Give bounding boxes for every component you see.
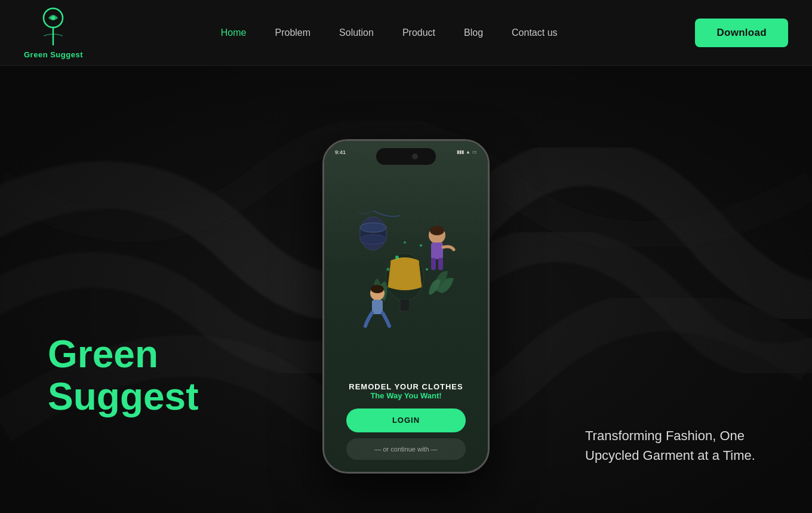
phone-time: 9:41 [335, 149, 346, 155]
logo-area: Green Suggest [24, 6, 83, 59]
app-remodel-sub: The Way You Want! [324, 391, 488, 400]
svg-point-20 [420, 244, 422, 247]
logo-text: Green Suggest [24, 50, 83, 59]
app-divider-row: — or continue with — [346, 438, 466, 460]
svg-rect-13 [431, 242, 443, 259]
phone-outer: 9:41 ▮▮▮ ▲ ▭ [322, 139, 490, 474]
svg-point-12 [430, 226, 444, 235]
nav-home[interactable]: Home [221, 27, 247, 38]
svg-point-7 [360, 223, 386, 232]
app-content: REMODEL YOUR CLOTHES The Way You Want! L… [324, 141, 488, 472]
svg-point-19 [395, 256, 399, 259]
battery-icon: ▭ [472, 149, 477, 155]
download-button[interactable]: Download [695, 19, 788, 47]
phone-screen: REMODEL YOUR CLOTHES The Way You Want! L… [324, 141, 488, 472]
svg-point-22 [426, 268, 428, 271]
svg-rect-18 [372, 300, 383, 314]
svg-point-1 [51, 16, 55, 20]
nav-contact[interactable]: Contact us [512, 27, 557, 38]
clothes-illustration [340, 183, 472, 338]
hero-section: GREEN SUGGEST 9:41 ▮▮▮ ▲ ▭ [0, 66, 812, 513]
navbar: Green Suggest Home Problem Solution Prod… [0, 0, 812, 66]
app-divider-text: — or continue with — [374, 446, 437, 453]
app-remodel-text: REMODEL YOUR CLOTHES The Way You Want! [324, 382, 488, 400]
app-login-button[interactable]: LOGIN [346, 408, 466, 432]
hero-brand-line1: Green Suggest [48, 333, 198, 417]
svg-point-17 [371, 285, 384, 293]
wifi-icon: ▲ [466, 149, 470, 155]
signal-icon: ▮▮▮ [457, 149, 464, 155]
phone-icons: ▮▮▮ ▲ ▭ [457, 149, 477, 155]
svg-rect-10 [400, 299, 410, 311]
nav-problem[interactable]: Problem [275, 27, 310, 38]
nav-links: Home Problem Solution Product Blog Conta… [221, 27, 558, 38]
nav-blog[interactable]: Blog [464, 27, 483, 38]
svg-point-21 [387, 268, 390, 271]
phone-illustration [324, 171, 488, 350]
nav-solution[interactable]: Solution [339, 27, 374, 38]
phone-mockup: 9:41 ▮▮▮ ▲ ▭ [322, 139, 490, 474]
app-remodel-main: REMODEL YOUR CLOTHES [324, 382, 488, 391]
logo-icon [35, 6, 71, 48]
svg-point-8 [360, 235, 386, 244]
svg-rect-14 [431, 258, 436, 270]
hero-right-text: Transforming Fashion, One Upcycled Garme… [585, 426, 776, 465]
phone-status-bar: 9:41 ▮▮▮ ▲ ▭ [324, 149, 488, 155]
svg-point-23 [404, 241, 406, 244]
nav-product[interactable]: Product [402, 27, 435, 38]
svg-rect-15 [438, 258, 443, 270]
hero-left-text: Green Suggest [48, 333, 198, 417]
hero-tagline: Transforming Fashion, One Upcycled Garme… [585, 426, 776, 465]
